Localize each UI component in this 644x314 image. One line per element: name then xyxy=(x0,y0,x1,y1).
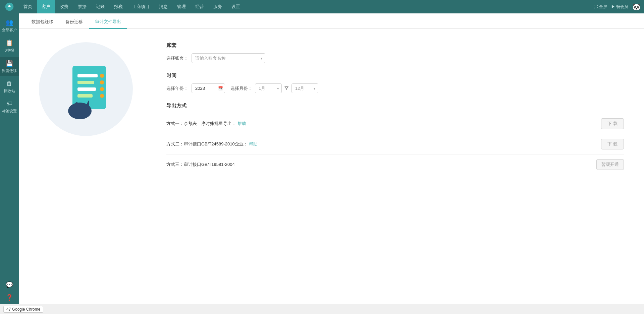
start-month-select[interactable]: 1月 2月 3月 4月 5月 6月 7月 8月 9月 10月 11月 xyxy=(255,83,282,93)
page-content: 账套 选择账套： 请输入账套名称 时间 选择年份： xyxy=(19,29,644,304)
svg-point-9 xyxy=(100,87,104,91)
sidebar-label-all-customers: 全部客户 xyxy=(2,27,17,33)
tags-icon: 🏷 xyxy=(6,100,12,107)
recycle-icon: 🗑 xyxy=(6,80,12,87)
nav-items: 首页 客户 收费 票据 记账 报税 工商项目 消息 管理 经营 服务 设置 xyxy=(19,0,594,13)
nav-right: ⛶ 全屏 ▶ 畅会员 🐼 xyxy=(594,3,641,11)
nav-service[interactable]: 服务 xyxy=(209,0,227,13)
export-method-2-text: 方式二：审计接口GB/T24589-2010企业： xyxy=(166,141,248,146)
customers-icon: 👥 xyxy=(6,19,13,26)
time-section-title: 时间 xyxy=(166,72,624,79)
bottom-bar: 47 Google Chrome xyxy=(0,304,644,314)
svg-rect-3 xyxy=(77,74,98,77)
year-wrapper: 📅 xyxy=(192,83,225,93)
sidebar-item-message[interactable]: 💬 xyxy=(0,278,19,291)
export-method-2-help[interactable]: 帮助 xyxy=(249,141,258,146)
tab-backup-migrate[interactable]: 备份迁移 xyxy=(59,15,89,29)
svg-point-8 xyxy=(100,80,104,84)
export-section: 导出方式 方式一：余额表、序时账批量导出： 帮助 下 载 方式二：审计接口GB/… xyxy=(166,103,624,175)
member-btn[interactable]: ▶ 畅会员 xyxy=(611,4,628,10)
sidebar-label-account-migrate: 账套迁移 xyxy=(2,68,17,73)
svg-rect-5 xyxy=(77,87,96,91)
account-section: 账套 选择账套： 请输入账套名称 xyxy=(166,42,624,63)
illustration-circle xyxy=(39,42,133,136)
account-select[interactable]: 请输入账套名称 xyxy=(192,53,265,63)
help-icon: ❓ xyxy=(6,294,13,301)
svg-rect-6 xyxy=(77,94,93,98)
svg-rect-12 xyxy=(71,106,89,113)
end-month-wrapper: 1月 2月 3月 4月 5月 6月 7月 8月 9月 10月 11月 xyxy=(291,83,318,93)
sidebar-item-tags[interactable]: 🏷 标签设置 xyxy=(0,98,19,116)
month-label: 选择月份： xyxy=(230,85,252,91)
nav-manage[interactable]: 管理 xyxy=(172,0,191,13)
special-btn-3[interactable]: 暂缓开通 xyxy=(596,159,624,170)
sidebar-item-help[interactable]: ❓ xyxy=(0,291,19,304)
svg-rect-4 xyxy=(77,81,94,84)
svg-point-10 xyxy=(100,94,104,98)
export-method-3-label: 方式三：审计接口GB/T19581-2004 xyxy=(166,162,596,168)
nav-settings[interactable]: 设置 xyxy=(227,0,245,13)
export-method-1-label: 方式一：余额表、序时账批量导出： 帮助 xyxy=(166,121,601,127)
download-btn-2[interactable]: 下 载 xyxy=(601,139,624,149)
sidebar-bottom: 💬 ❓ xyxy=(0,278,19,304)
migrate-icon: 💾 xyxy=(6,60,13,67)
sidebar-item-zero-declare[interactable]: 📋 0申报 xyxy=(0,37,19,56)
end-month-select[interactable]: 1月 2月 3月 4月 5月 6月 7月 8月 9月 10月 11月 xyxy=(291,83,318,93)
svg-point-7 xyxy=(100,74,104,78)
sidebar-label-zero-declare: 0申报 xyxy=(5,48,14,53)
tab-data-migrate[interactable]: 数据包迁移 xyxy=(25,15,59,29)
export-method-2: 方式二：审计接口GB/T24589-2010企业： 帮助 下 载 xyxy=(166,134,624,154)
sidebar-item-recycle[interactable]: 🗑 回收站 xyxy=(0,77,19,96)
export-method-1: 方式一：余额表、序时账批量导出： 帮助 下 载 xyxy=(166,114,624,134)
year-label: 选择年份： xyxy=(166,85,188,91)
account-label: 选择账套： xyxy=(166,55,188,61)
nav-invoices[interactable]: 票据 xyxy=(73,0,91,13)
nav-tax[interactable]: 报税 xyxy=(109,0,127,13)
form-area: 账套 选择账套： 请输入账套名称 时间 选择年份： xyxy=(166,42,624,184)
start-month-wrapper: 1月 2月 3月 4月 5月 6月 7月 8月 9月 10月 11月 xyxy=(255,83,282,93)
message-icon: 💬 xyxy=(6,281,13,289)
illustration-svg xyxy=(56,56,116,123)
declare-icon: 📋 xyxy=(6,39,13,47)
export-method-2-label: 方式二：审计接口GB/T24589-2010企业： 帮助 xyxy=(166,141,601,147)
illustration-area xyxy=(39,42,140,143)
tab-audit-export[interactable]: 审计文件导出 xyxy=(89,15,127,29)
nav-customers[interactable]: 客户 xyxy=(37,0,55,13)
time-section: 时间 选择年份： 📅 选择月份： 1月 2月 3月 xyxy=(166,72,624,93)
time-row: 选择年份： 📅 选择月份： 1月 2月 3月 4月 xyxy=(166,83,624,93)
sidebar-item-all-customers[interactable]: 👥 全部客户 xyxy=(0,16,19,35)
fullscreen-btn[interactable]: ⛶ 全屏 xyxy=(594,4,607,10)
year-input[interactable] xyxy=(192,83,225,93)
sidebar-item-account-migrate[interactable]: 💾 账套迁移 xyxy=(0,57,19,76)
export-section-title: 导出方式 xyxy=(166,103,624,109)
sidebar-label-recycle: 回收站 xyxy=(4,88,15,93)
account-section-title: 账套 xyxy=(166,42,624,49)
download-btn-1[interactable]: 下 载 xyxy=(601,118,624,129)
content-area: 数据包迁移 备份迁移 审计文件导出 xyxy=(19,13,644,304)
main-layout: 👥 全部客户 📋 0申报 💾 账套迁移 🗑 回收站 🏷 标签设置 💬 ❓ xyxy=(0,13,644,304)
nav-business[interactable]: 工商项目 xyxy=(127,0,154,13)
svg-point-1 xyxy=(8,5,10,7)
account-row: 选择账套： 请输入账套名称 xyxy=(166,53,624,63)
app-logo xyxy=(3,1,15,13)
tabs-bar: 数据包迁移 备份迁移 审计文件导出 xyxy=(19,13,644,29)
export-method-3: 方式三：审计接口GB/T19581-2004 暂缓开通 xyxy=(166,154,624,175)
nav-messages[interactable]: 消息 xyxy=(154,0,172,13)
sidebar: 👥 全部客户 📋 0申报 💾 账套迁移 🗑 回收站 🏷 标签设置 💬 ❓ xyxy=(0,13,19,304)
top-nav: 首页 客户 收费 票据 记账 报税 工商项目 消息 管理 经营 服务 设置 ⛶ … xyxy=(0,0,644,13)
user-avatar[interactable]: 🐼 xyxy=(632,3,641,11)
export-method-1-text: 方式一：余额表、序时账批量导出： xyxy=(166,121,236,126)
nav-operations[interactable]: 经营 xyxy=(191,0,209,13)
nav-bookkeeping[interactable]: 记账 xyxy=(91,0,109,13)
export-method-1-help[interactable]: 帮助 xyxy=(237,121,246,126)
sidebar-label-tags: 标签设置 xyxy=(2,109,17,114)
nav-home[interactable]: 首页 xyxy=(19,0,37,13)
chrome-badge: 47 Google Chrome xyxy=(3,306,43,313)
nav-fees[interactable]: 收费 xyxy=(55,0,73,13)
account-select-wrapper: 请输入账套名称 xyxy=(192,53,265,63)
to-label: 至 xyxy=(284,85,289,91)
